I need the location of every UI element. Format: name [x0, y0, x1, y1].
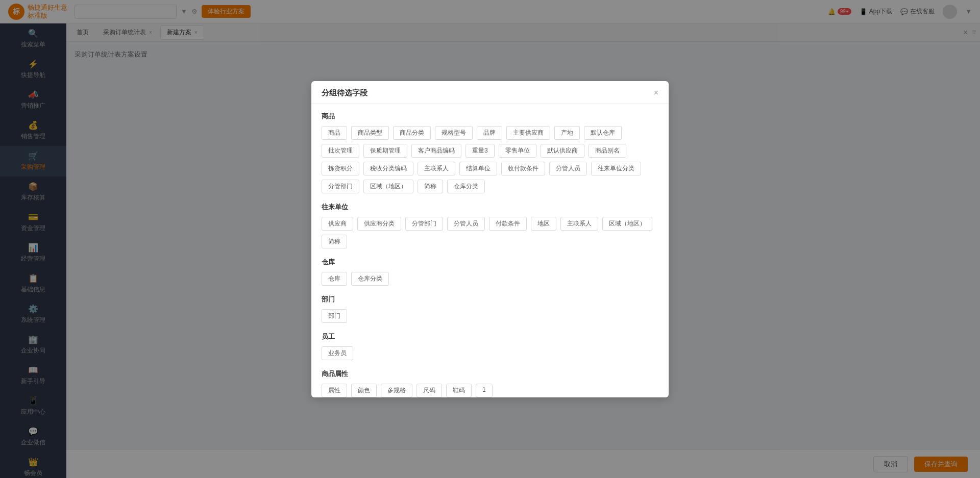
field-tag-attributes-1[interactable]: 颜色 — [351, 384, 377, 397]
modal: 分组待选字段 × 商品商品商品类型商品分类规格型号品牌主要供应商产地默认仓库批次… — [311, 81, 669, 397]
field-tag-product-11[interactable]: 重量3 — [465, 144, 495, 158]
field-tag-attributes-3[interactable]: 尺码 — [416, 384, 442, 397]
field-section-attributes: 商品属性属性颜色多规格尺码鞋码1 — [322, 369, 658, 397]
field-section-product: 商品商品商品类型商品分类规格型号品牌主要供应商产地默认仓库批次管理保质期管理客户… — [322, 112, 658, 193]
field-tag-partner-5[interactable]: 地区 — [531, 217, 556, 231]
field-tag-department-0[interactable]: 部门 — [322, 309, 347, 323]
field-tag-partner-3[interactable]: 分管人员 — [447, 217, 485, 231]
section-title-department: 部门 — [322, 295, 658, 304]
section-title-warehouse: 仓库 — [322, 258, 658, 267]
field-tag-product-1[interactable]: 商品类型 — [351, 126, 389, 140]
modal-close-icon[interactable]: × — [654, 88, 658, 97]
field-tag-partner-0[interactable]: 供应商 — [322, 217, 353, 231]
field-tag-product-10[interactable]: 客户商品编码 — [411, 144, 461, 158]
field-section-department: 部门部门 — [322, 295, 658, 323]
field-tag-warehouse-0[interactable]: 仓库 — [322, 272, 347, 286]
field-tag-product-18[interactable]: 结算单位 — [459, 162, 497, 175]
modal-body: 商品商品商品类型商品分类规格型号品牌主要供应商产地默认仓库批次管理保质期管理客户… — [311, 104, 669, 397]
field-tag-product-23[interactable]: 区域（地区） — [363, 180, 413, 193]
field-tag-product-19[interactable]: 收付款条件 — [501, 162, 545, 175]
field-tags-employee: 业务员 — [322, 346, 658, 360]
field-tag-product-4[interactable]: 品牌 — [477, 126, 502, 140]
field-tag-partner-1[interactable]: 供应商分类 — [357, 217, 401, 231]
field-tag-partner-4[interactable]: 付款条件 — [489, 217, 527, 231]
field-tag-product-3[interactable]: 规格型号 — [435, 126, 473, 140]
field-tags-product: 商品商品类型商品分类规格型号品牌主要供应商产地默认仓库批次管理保质期管理客户商品… — [322, 126, 658, 193]
field-tag-product-14[interactable]: 商品别名 — [589, 144, 626, 158]
field-tags-department: 部门 — [322, 309, 658, 323]
field-section-warehouse: 仓库仓库仓库分类 — [322, 258, 658, 286]
field-tag-product-15[interactable]: 拣货积分 — [322, 162, 359, 175]
field-tags-partner: 供应商供应商分类分管部门分管人员付款条件地区主联系人区域（地区）简称 — [322, 217, 658, 248]
field-tag-product-9[interactable]: 保质期管理 — [363, 144, 407, 158]
section-title-product: 商品 — [322, 112, 658, 121]
section-title-employee: 员工 — [322, 332, 658, 341]
field-tag-partner-8[interactable]: 简称 — [322, 235, 347, 248]
field-tag-attributes-2[interactable]: 多规格 — [381, 384, 412, 397]
field-tag-product-16[interactable]: 税收分类编码 — [363, 162, 413, 175]
field-tags-warehouse: 仓库仓库分类 — [322, 272, 658, 286]
field-tag-product-24[interactable]: 简称 — [418, 180, 443, 193]
field-tag-employee-0[interactable]: 业务员 — [322, 346, 353, 360]
field-tag-product-7[interactable]: 默认仓库 — [584, 126, 622, 140]
field-tag-partner-7[interactable]: 区域（地区） — [602, 217, 652, 231]
field-tag-product-6[interactable]: 产地 — [554, 126, 580, 140]
field-tag-product-13[interactable]: 默认供应商 — [541, 144, 584, 158]
field-section-employee: 员工业务员 — [322, 332, 658, 360]
field-tag-product-17[interactable]: 主联系人 — [418, 162, 455, 175]
field-tag-product-2[interactable]: 商品分类 — [393, 126, 431, 140]
field-tag-product-8[interactable]: 批次管理 — [322, 144, 359, 158]
field-tag-partner-6[interactable]: 主联系人 — [560, 217, 598, 231]
field-tag-partner-2[interactable]: 分管部门 — [405, 217, 443, 231]
field-tag-attributes-5[interactable]: 1 — [476, 384, 493, 397]
modal-overlay[interactable]: 分组待选字段 × 商品商品商品类型商品分类规格型号品牌主要供应商产地默认仓库批次… — [0, 0, 980, 478]
section-title-partner: 往来单位 — [322, 203, 658, 212]
field-tag-product-0[interactable]: 商品 — [322, 126, 347, 140]
field-tags-attributes: 属性颜色多规格尺码鞋码1 — [322, 384, 658, 397]
field-section-partner: 往来单位供应商供应商分类分管部门分管人员付款条件地区主联系人区域（地区）简称 — [322, 203, 658, 248]
section-title-attributes: 商品属性 — [322, 369, 658, 379]
field-tag-attributes-4[interactable]: 鞋码 — [446, 384, 472, 397]
field-tag-warehouse-1[interactable]: 仓库分类 — [351, 272, 389, 286]
field-tag-product-25[interactable]: 仓库分类 — [447, 180, 485, 193]
field-tag-product-22[interactable]: 分管部门 — [322, 180, 359, 193]
field-tag-attributes-0[interactable]: 属性 — [322, 384, 347, 397]
modal-title: 分组待选字段 — [322, 88, 368, 98]
field-tag-product-21[interactable]: 往来单位分类 — [591, 162, 641, 175]
field-tag-product-5[interactable]: 主要供应商 — [506, 126, 550, 140]
field-tag-product-12[interactable]: 零售单位 — [499, 144, 536, 158]
modal-header: 分组待选字段 × — [311, 81, 669, 104]
field-tag-product-20[interactable]: 分管人员 — [549, 162, 587, 175]
